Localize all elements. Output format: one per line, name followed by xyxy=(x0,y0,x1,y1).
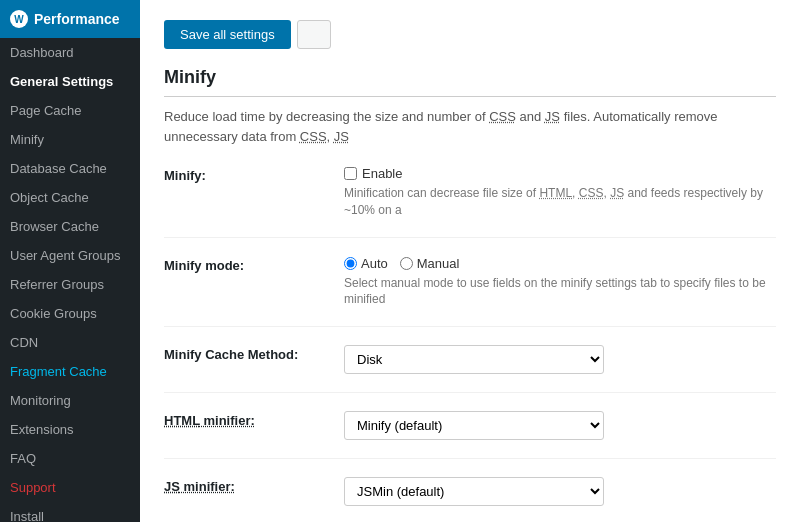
js-ref2: JS xyxy=(334,129,349,144)
sidebar-item-cdn[interactable]: CDN xyxy=(0,328,140,357)
cache-method-row: Minify Cache Method: Disk Memcached Redi… xyxy=(164,345,776,393)
sidebar-item-support[interactable]: Support xyxy=(0,473,140,502)
sidebar-item-object-cache[interactable]: Object Cache xyxy=(0,183,140,212)
sidebar-item-cookie-groups[interactable]: Cookie Groups xyxy=(0,299,140,328)
content-area: Save all settings Minify Reduce load tim… xyxy=(140,0,800,522)
css-ref: CSS xyxy=(489,109,516,124)
sidebar-item-minify[interactable]: Minify xyxy=(0,125,140,154)
sidebar-item-fragment-cache[interactable]: Fragment Cache xyxy=(0,357,140,386)
html-label-text: HTML xyxy=(164,413,200,428)
js-label-text: JS xyxy=(164,479,180,494)
mode-manual-radio[interactable] xyxy=(400,257,413,270)
cache-method-control: Disk Memcached Redis xyxy=(344,345,776,374)
minify-mode-control: Auto Manual Select manual mode to use fi… xyxy=(344,256,776,309)
js-minifier-row: JS minifier: JSMin (default) YUI Compres… xyxy=(164,477,776,522)
sidebar-item-dashboard[interactable]: Dashboard xyxy=(0,38,140,67)
sidebar-item-extensions[interactable]: Extensions xyxy=(0,415,140,444)
cache-method-select[interactable]: Disk Memcached Redis xyxy=(344,345,604,374)
minify-checkbox-label[interactable]: Enable xyxy=(344,166,776,181)
sidebar-item-database-cache[interactable]: Database Cache xyxy=(0,154,140,183)
sidebar-item-user-agent-groups[interactable]: User Agent Groups xyxy=(0,241,140,270)
logo-icon: W xyxy=(10,10,28,28)
css-ref2: CSS xyxy=(300,129,327,144)
css-hint-ref: CSS xyxy=(579,186,604,200)
js-minifier-control: JSMin (default) YUI Compressor Closure C… xyxy=(344,477,776,506)
html-minifier-row: HTML minifier: Minify (default) Other xyxy=(164,411,776,459)
minify-checkbox[interactable] xyxy=(344,167,357,180)
sidebar-item-monitoring[interactable]: Monitoring xyxy=(0,386,140,415)
minify-mode-row: Minify mode: Auto Manual Select manual m… xyxy=(164,256,776,328)
sidebar-item-general-settings[interactable]: General Settings xyxy=(0,67,140,96)
mode-manual-label[interactable]: Manual xyxy=(400,256,460,271)
section-title: Minify xyxy=(164,67,776,97)
html-minifier-label: HTML minifier: xyxy=(164,411,344,428)
minify-label: Minify: xyxy=(164,166,344,183)
html-minifier-control: Minify (default) Other xyxy=(344,411,776,440)
js-minifier-label: JS minifier: xyxy=(164,477,344,494)
mode-auto-label[interactable]: Auto xyxy=(344,256,388,271)
section-description: Reduce load time by decreasing the size … xyxy=(164,107,776,146)
sidebar-item-install[interactable]: Install xyxy=(0,502,140,522)
sidebar-item-referrer-groups[interactable]: Referrer Groups xyxy=(0,270,140,299)
sidebar-item-page-cache[interactable]: Page Cache xyxy=(0,96,140,125)
mode-radio-group: Auto Manual xyxy=(344,256,776,271)
sidebar-nav: Dashboard General Settings Page Cache Mi… xyxy=(0,38,140,522)
top-save-button[interactable]: Save all settings xyxy=(164,20,291,49)
main-content: Save all settings Minify Reduce load tim… xyxy=(140,0,800,522)
sidebar-title: Performance xyxy=(34,11,120,27)
mode-hint: Select manual mode to use fields on the … xyxy=(344,275,776,309)
html-hint-ref: HTML xyxy=(539,186,572,200)
sidebar: W Performance Dashboard General Settings… xyxy=(0,0,140,522)
mode-auto-radio[interactable] xyxy=(344,257,357,270)
js-minifier-select[interactable]: JSMin (default) YUI Compressor Closure C… xyxy=(344,477,604,506)
minify-control: Enable Minification can decrease file si… xyxy=(344,166,776,219)
js-hint-ref: JS xyxy=(610,186,624,200)
top-secondary-button[interactable] xyxy=(297,20,331,49)
sidebar-header: W Performance xyxy=(0,0,140,38)
sidebar-item-browser-cache[interactable]: Browser Cache xyxy=(0,212,140,241)
minify-row: Minify: Enable Minification can decrease… xyxy=(164,166,776,238)
minify-mode-label: Minify mode: xyxy=(164,256,344,273)
sidebar-item-faq[interactable]: FAQ xyxy=(0,444,140,473)
js-ref: JS xyxy=(545,109,560,124)
html-minifier-select[interactable]: Minify (default) Other xyxy=(344,411,604,440)
cache-method-label: Minify Cache Method: xyxy=(164,345,344,362)
top-buttons: Save all settings xyxy=(164,20,776,49)
minify-hint: Minification can decrease file size of H… xyxy=(344,185,776,219)
